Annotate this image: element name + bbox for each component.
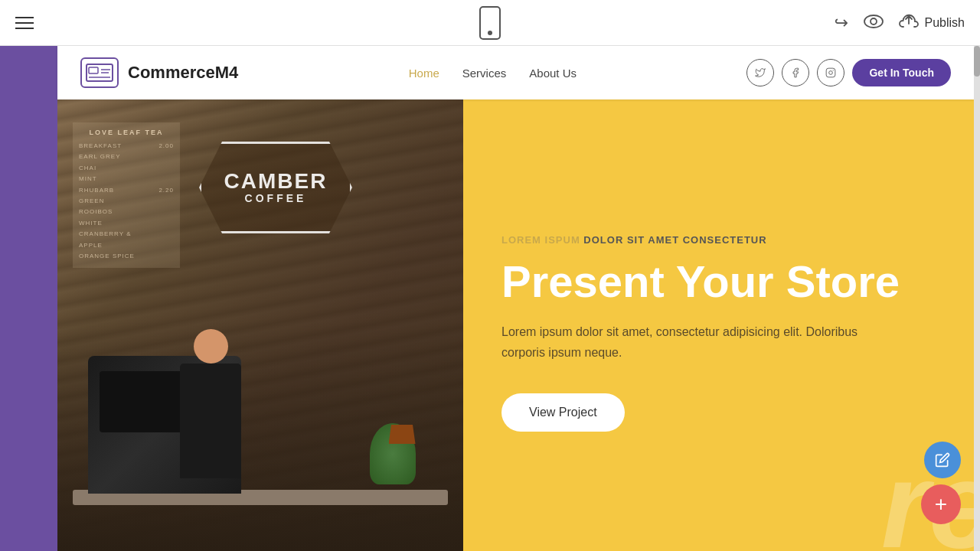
toolbar: ↩ Publish xyxy=(0,0,980,46)
counter-area xyxy=(57,321,463,551)
menu-board: LOVE LEAF TEA BREAKFAST2.00 EARL GREY CH… xyxy=(73,122,180,268)
svg-point-1 xyxy=(871,18,877,24)
publish-label: Publish xyxy=(925,16,965,30)
coffee-sign: CAMBER COFFEE xyxy=(199,142,352,233)
twitter-social-button[interactable] xyxy=(746,59,774,86)
scrollbar[interactable] xyxy=(974,46,980,551)
svg-rect-3 xyxy=(89,67,98,73)
menu-item-orange-spice: ORANGE SPICE xyxy=(79,251,174,262)
plant-pot xyxy=(389,425,416,444)
hero-section: LOVE LEAF TEA BREAKFAST2.00 EARL GREY CH… xyxy=(57,99,974,551)
barista-head xyxy=(194,329,228,364)
logo-icon xyxy=(80,57,119,88)
nav-about-us[interactable]: About Us xyxy=(529,67,577,80)
nav-services[interactable]: Services xyxy=(462,67,507,80)
barista-figure xyxy=(172,329,249,497)
hero-content: re LOREM ISPUM DOLOR SIT AMET CONSECTETU… xyxy=(463,99,974,551)
menu-title: LOVE LEAF TEA xyxy=(79,129,174,136)
site-nav: Home Services About Us xyxy=(409,67,577,80)
menu-item-rooibos: ROOIBOS xyxy=(79,207,174,217)
menu-item-breakfast: BREAKFAST2.00 xyxy=(79,141,174,152)
coffee-sign-line2: COFFEE xyxy=(245,192,307,204)
preview-area: CommerceM4 Home Services About Us xyxy=(0,46,980,551)
instagram-social-button[interactable] xyxy=(817,59,844,86)
logo-text: CommerceM4 xyxy=(128,63,238,83)
svg-point-0 xyxy=(864,15,883,28)
svg-point-9 xyxy=(833,70,834,70)
menu-item-rhubarb: RHUBARB2.20 xyxy=(79,185,174,196)
add-fab-button[interactable]: + xyxy=(921,484,961,524)
toolbar-center xyxy=(479,6,501,40)
svg-point-8 xyxy=(829,71,833,75)
toolbar-right: ↩ Publish xyxy=(835,13,965,33)
hamburger-menu-button[interactable] xyxy=(15,17,34,29)
site-logo: CommerceM4 xyxy=(80,57,238,88)
left-sidebar-bar xyxy=(0,46,57,551)
cloud-upload-icon xyxy=(899,13,919,33)
coffee-shop-background: LOVE LEAF TEA BREAKFAST2.00 EARL GREY CH… xyxy=(57,99,463,551)
view-project-button[interactable]: View Project xyxy=(501,393,625,432)
facebook-social-button[interactable] xyxy=(782,59,809,86)
barista-body xyxy=(180,364,241,478)
toolbar-left xyxy=(15,17,34,29)
coffee-sign-line1: CAMBER xyxy=(224,171,328,192)
plant-decoration xyxy=(379,425,425,501)
menu-item-chai: CHAI xyxy=(79,163,174,174)
nav-home[interactable]: Home xyxy=(409,67,439,80)
svg-rect-7 xyxy=(827,68,836,77)
mobile-preview-icon[interactable] xyxy=(479,6,501,40)
hero-image: LOVE LEAF TEA BREAKFAST2.00 EARL GREY CH… xyxy=(57,99,463,551)
menu-item-green: GREEN xyxy=(79,196,174,207)
scrollbar-thumb[interactable] xyxy=(974,46,980,77)
get-in-touch-button[interactable]: Get In Touch xyxy=(852,59,951,86)
social-icons: Get In Touch xyxy=(746,59,951,86)
edit-fab-button[interactable] xyxy=(924,442,961,478)
hero-label: LOREM ISPUM DOLOR SIT AMET CONSECTETUR xyxy=(501,234,936,246)
preview-icon[interactable] xyxy=(864,13,884,33)
hero-label-highlight: LOREM ISPUM xyxy=(501,234,580,246)
menu-item-mint: MINT xyxy=(79,174,174,184)
menu-item-white: WHITE xyxy=(79,218,174,229)
hero-title: Present Your Store xyxy=(501,257,936,306)
hero-description: Lorem ipsum dolor sit amet, consectetur … xyxy=(501,321,869,363)
hero-label-rest: DOLOR SIT AMET CONSECTETUR xyxy=(580,234,767,246)
menu-item-cranberry: CRANBERRY & xyxy=(79,229,174,240)
site-header: CommerceM4 Home Services About Us xyxy=(57,46,974,99)
menu-item-apple: APPLE xyxy=(79,240,174,251)
undo-icon[interactable]: ↩ xyxy=(835,13,848,33)
menu-item-earl-grey: EARL GREY xyxy=(79,152,174,162)
publish-button[interactable]: Publish xyxy=(899,13,965,33)
